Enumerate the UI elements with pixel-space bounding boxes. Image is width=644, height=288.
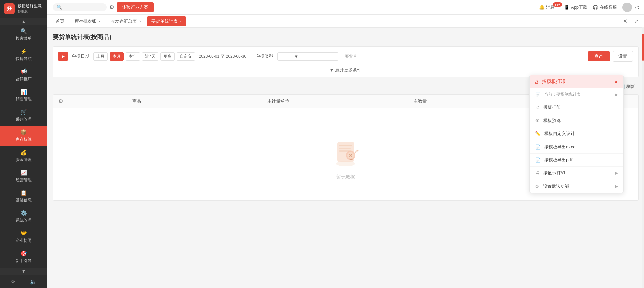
print-dropdown-title: 🖨 按模板打印 (534, 78, 565, 85)
date-navigation: 上月 本月 本年 近7天 更多 自定义 (93, 52, 195, 61)
default-setting-arrow: ▶ (615, 184, 618, 189)
current-month-button[interactable]: 本月 (110, 52, 124, 61)
tab-inventory-batch-close[interactable]: × (98, 19, 100, 23)
app-download-item[interactable]: 📱 App下载 (564, 4, 587, 10)
bell-icon: 🔔 (539, 5, 545, 10)
customer-service-item[interactable]: 🎧 在线客服 (593, 4, 617, 10)
printer-header-icon: 🖨 (534, 79, 539, 84)
template-excel-label: 按模板导出excel (544, 144, 618, 150)
column-settings-icon[interactable]: ⚙ (58, 98, 63, 104)
sidebar-item-operation[interactable]: 📈 经营管理 (0, 166, 47, 186)
template-excel-icon: 📄 (535, 144, 541, 150)
type-filter-label: 单据类型 (256, 53, 273, 59)
more-date-button[interactable]: 更多 (160, 52, 175, 61)
template-export-excel-item[interactable]: 📄 按模板导出excel (530, 140, 623, 154)
template-custom-item[interactable]: ✏️ 模板自定义设计 (530, 127, 623, 140)
tab-receipts-summary-close[interactable]: × (139, 19, 141, 23)
tab-maximize-button[interactable]: ⤢ (632, 17, 640, 25)
content-area: 要货单统计表(按商品) ▶ 单据日期 上月 本月 本年 近7天 更多 自定义 2… (47, 28, 644, 288)
tab-order-stats[interactable]: 要货单统计表 × (147, 16, 186, 26)
customer-service-label: 在线客服 (599, 4, 617, 10)
sidebar-item-purchase[interactable]: 🛒 采购管理 (0, 105, 47, 126)
print-dropdown-chevron-up[interactable]: ▲ (613, 78, 619, 85)
sidebar-item-marketing[interactable]: 📢 营销推广 (0, 65, 47, 85)
sidebar-item-label: 经营管理 (16, 177, 32, 183)
sidebar-scroll-up[interactable]: ▲ (0, 18, 47, 25)
expand-chevron-icon: ▶ (62, 54, 65, 59)
display-print-item[interactable]: 🖨 按显示打印 ▶ (530, 167, 623, 180)
template-print-item[interactable]: 🖨 模板打印 (530, 101, 623, 114)
scrollbar-track (642, 28, 644, 288)
col-unit: 主计量单位 (208, 98, 350, 104)
collab-icon: 🤝 (20, 230, 27, 236)
sidebar-item-label: 快捷导航 (16, 56, 32, 62)
template-export-pdf-item[interactable]: 📄 按模板导出pdf (530, 154, 623, 167)
refresh-label: 刷新 (626, 84, 635, 90)
expand-more-row: ▼ 展开更多条件 (58, 64, 633, 73)
week7-button[interactable]: 近7天 (142, 52, 158, 61)
main-area: 🔍 ⚙ 体验行业方案 🔔 消息 99+ 📱 App下载 🎧 在线客服 Rit (47, 0, 644, 288)
sidebar-item-label: 企业协同 (16, 238, 32, 244)
expand-more-button[interactable]: ▼ 展开更多条件 (330, 67, 362, 73)
sidebar-item-system[interactable]: ⚙️ 系统管理 (0, 206, 47, 227)
col-product: 商品 (66, 98, 208, 104)
type-select[interactable]: ▼ (277, 52, 338, 61)
app-name: 畅捷通好生意 (18, 4, 42, 9)
settings-button[interactable]: 设置 (613, 51, 633, 62)
default-setting-item[interactable]: ⚙ 设置默认功能 ▶ (530, 180, 623, 193)
sidebar-item-search[interactable]: 🔍 搜索菜单 (0, 25, 47, 45)
col-quantity: 主数量 (349, 98, 491, 104)
sidebar-scroll-down[interactable]: ▼ (0, 268, 47, 275)
expand-label: 展开更多条件 (335, 67, 361, 73)
tab-close-window-button[interactable]: ✕ (621, 17, 629, 25)
sidebar-item-sales[interactable]: 📊 销售管理 (0, 85, 47, 105)
tab-home[interactable]: 首页 (51, 16, 69, 26)
settings-bottom-icon[interactable]: ⚙ (11, 278, 16, 285)
speaker-icon[interactable]: 🔈 (30, 278, 37, 285)
topbar-search-input[interactable] (64, 5, 98, 10)
tab-order-stats-label: 要货单统计表 (151, 18, 178, 24)
filter-expand-icon-btn[interactable]: ▶ (58, 52, 68, 61)
display-print-icon: 🖨 (535, 170, 540, 176)
basic-icon: 📋 (20, 190, 27, 196)
sidebar-bottom: ⚙ 🔈 (0, 275, 47, 288)
sidebar-item-label: 库存核算 (16, 137, 32, 142)
sidebar-item-label: 系统管理 (16, 218, 32, 223)
custom-date-button[interactable]: 自定义 (177, 52, 195, 61)
sidebar-item-collab[interactable]: 🤝 企业协同 (0, 227, 47, 247)
template-print-label: 模板打印 (543, 104, 618, 110)
sidebar-item-shortcut[interactable]: ⚡ 快捷导航 (0, 45, 47, 65)
chevron-down-icon: ▼ (294, 54, 298, 59)
industry-solution-button[interactable]: 体验行业方案 (117, 2, 154, 12)
date-filter-label: 单据日期 (72, 53, 89, 59)
display-print-arrow: ▶ (615, 171, 618, 175)
filter-row-main: ▶ 单据日期 上月 本月 本年 近7天 更多 自定义 2023-06-01 至 … (58, 51, 633, 62)
template-print-icon: 🖨 (535, 105, 540, 110)
template-preview-item[interactable]: 👁 模板预览 (530, 114, 623, 127)
prev-month-button[interactable]: 上月 (93, 52, 108, 61)
sidebar-item-guide[interactable]: 🎯 新手引导 (0, 247, 47, 267)
print-dropdown-header: 🖨 按模板打印 ▲ (530, 75, 623, 88)
user-avatar-item[interactable]: Rit (622, 3, 639, 12)
year-button[interactable]: 本年 (126, 52, 140, 61)
sidebar-item-inventory[interactable]: 📦 库存核算 (0, 126, 47, 146)
query-button[interactable]: 查询 (588, 51, 610, 61)
current-template-item[interactable]: 📄 当前：要货单统计表 ▶ (530, 88, 623, 101)
tab-home-label: 首页 (56, 18, 64, 24)
tab-inventory-batch[interactable]: 库存批次账 × (70, 16, 105, 26)
default-setting-label: 设置默认功能 (543, 183, 612, 189)
topbar-search-box[interactable]: 🔍 (53, 3, 107, 11)
tab-order-stats-close[interactable]: × (180, 19, 182, 23)
topbar-gear-button[interactable]: ⚙ (109, 4, 114, 10)
order-type-label: 要货单 (345, 54, 357, 59)
inventory-icon: 📦 (20, 129, 27, 135)
logo-icon: 好 (4, 3, 15, 14)
sidebar-item-basic[interactable]: 📋 基础信息 (0, 186, 47, 206)
sidebar-item-finance[interactable]: 💰 资金管理 (0, 146, 47, 166)
empty-text: 暂无数据 (336, 174, 355, 180)
tab-receipts-summary[interactable]: 收发存汇总表 × (106, 16, 145, 26)
print-dropdown-title-text: 按模板打印 (542, 78, 565, 85)
shortcut-icon: ⚡ (20, 48, 27, 55)
notification-item[interactable]: 🔔 消息 99+ (539, 4, 559, 10)
page-title: 要货单统计表(按商品) (53, 33, 639, 41)
